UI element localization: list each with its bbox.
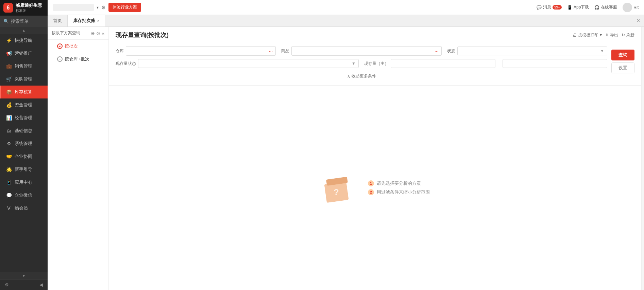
sidebar-label-sales: 销售管理 [15,63,32,69]
sidebar-label-purchase: 采购管理 [15,76,32,82]
sidebar-icon-quick-nav: ⚡ [6,37,12,43]
dropdown-icon[interactable]: ▾ [97,5,99,10]
sidebar-item-collab[interactable]: 🤝 企业协同 [0,150,48,163]
sidebar-item-basic[interactable]: 🗂 基础信息 [0,124,48,137]
stock-qty-label: 现存量（主） [364,61,389,67]
sidebar-icon-marketing: 📢 [6,50,12,56]
print-dropdown-icon[interactable]: ▾ [600,33,602,37]
sidebar-item-vip[interactable]: V 畅会员 [0,202,48,215]
sidebar-item-purchase[interactable]: 🛒 采购管理 [0,73,48,86]
stock-status-chevron: ▼ [352,61,356,66]
product-dots[interactable]: ··· [435,48,439,54]
user-avatar-area[interactable]: Rit [623,3,639,12]
scheme-label-batch: 按批次 [65,43,78,49]
tab-inventory-batch[interactable]: 库存批次账 × [68,15,105,26]
gear-icon[interactable]: ⚙ [101,5,106,10]
svg-text:?: ? [334,187,339,197]
topbar-right: 💬 消息 99+ 📱 App下载 🎧 在线客服 Rit [537,3,639,12]
sidebar-icon-finance: 💰 [6,102,12,108]
topbar: ▾ ⚙ 体验行业方案 💬 消息 99+ 📱 App下载 🎧 在线客服 Rit [48,0,644,15]
online-service-button[interactable]: 🎧 在线客服 [594,4,617,10]
filter-main-row: 仓库 ··· 商品 ··· [116,46,634,81]
warehouse-input[interactable]: ··· [126,46,276,56]
sidebar-item-sales[interactable]: 💼 销售管理 [0,60,48,73]
hint-text-1: 请先选择要分析的方案 [377,180,421,186]
sidebar-icon-guide: 🌟 [6,166,12,173]
content-area: 按以下方案查询 ⊕ ⊙ « ● 按批次 ○ 按仓库+批次 现存量查询(按批次) [48,27,644,290]
add-scheme-icon[interactable]: ⊕ [91,31,95,36]
right-scrollbar[interactable] [641,27,644,290]
sidebar-label-collab: 企业协同 [15,153,32,160]
app-name: 畅康通好生意 [16,3,42,8]
scheme-actions: ⊕ ⊙ « [91,31,104,36]
scheme-item-warehouse-batch[interactable]: ○ 按仓库+批次 [48,53,108,66]
panel-close-button[interactable]: × [633,15,644,26]
search-icon: 🔍 [3,19,9,24]
sidebar-label-basic: 基础信息 [15,128,32,134]
sidebar-icon-apps: 📱 [6,179,12,185]
trial-button[interactable]: 体验行业方案 [108,3,141,12]
refresh-label: 刷新 [626,32,634,38]
sidebar-nav: ⚡ 快捷导航 📢 营销推广 💼 销售管理 🛒 采购管理 📦 库存核算 💰 资金管… [0,34,48,272]
empty-state: ? 1 请先选择要分析的方案 2 用过滤条件来缩小分析范围 [109,86,641,290]
sidebar-item-system[interactable]: ⚙ 系统管理 [0,137,48,150]
right-panel: 现存量查询(按批次) 🖨 按模板打印 ▾ ⬆ 导出 ↻ 刷新 [109,27,641,290]
stock-qty-range: — [391,59,607,68]
collapse-icon: ∧ [347,74,350,79]
collapse-filter-button[interactable]: ∧ 收起更多条件 [116,71,607,81]
tab-close-icon[interactable]: × [97,19,99,23]
product-filter: 商品 ··· [281,46,441,56]
sidebar-icon-inventory: 📦 [6,89,12,95]
collapse-panel-icon[interactable]: « [102,31,104,36]
stock-status-filter: 现存量状态 ▼ [116,59,359,68]
scheme-icon-wh: ○ [57,56,63,62]
sidebar-scroll-down[interactable]: ▼ [0,272,48,279]
sidebar-item-guide[interactable]: 🌟 新手引导 [0,163,48,176]
stock-status-select[interactable]: ▼ [138,59,359,68]
print-button[interactable]: 🖨 按模板打印 ▾ [573,32,602,38]
messages-button[interactable]: 💬 消息 99+ [537,4,562,10]
sidebar-icon-vip: V [6,205,12,211]
warehouse-dots[interactable]: ··· [269,48,273,54]
hint-text-2: 用过滤条件来缩小分析范围 [377,189,430,195]
sidebar-scroll-up[interactable]: ▲ [0,27,48,34]
settings-scheme-icon[interactable]: ⊙ [96,31,100,36]
export-icon: ⬆ [605,33,609,37]
scheme-item-batch[interactable]: ● 按批次 [48,40,108,53]
sidebar-item-business[interactable]: 📊 经营管理 [0,111,48,124]
settings-icon[interactable]: ⚙ [5,282,9,287]
sidebar-search[interactable]: 🔍 搜索菜单 [0,16,48,27]
app-download-button[interactable]: 📱 App下载 [567,4,589,10]
phone-icon: 📱 [567,5,572,10]
warehouse-label: 仓库 [116,48,124,54]
stock-qty-to[interactable] [503,59,607,68]
stock-qty-filter: 现存量（主） — [364,59,607,68]
sidebar-icon-purchase: 🛒 [6,76,12,82]
page-title: 现存量查询(按批次) [116,31,169,39]
app-logo: 6 [3,3,13,13]
stock-qty-from[interactable] [391,59,495,68]
stock-status-label: 现存量状态 [116,61,136,67]
search-input[interactable] [53,4,94,11]
product-input[interactable]: ··· [291,46,441,56]
sidebar-item-inventory[interactable]: 📦 库存核算 [0,86,48,98]
collapse-sidebar-icon[interactable]: ◀ [39,282,43,287]
sidebar: 6 畅康通好生意 标准版 🔍 搜索菜单 ▲ ⚡ 快捷导航 📢 营销推广 💼 销售… [0,0,48,290]
sidebar-label-finance: 资金管理 [15,102,32,108]
query-button[interactable]: 查询 [611,50,634,60]
sidebar-item-finance[interactable]: 💰 资金管理 [0,98,48,111]
sidebar-item-apps[interactable]: 📱 应用中心 [0,176,48,189]
sidebar-item-marketing[interactable]: 📢 营销推广 [0,47,48,60]
refresh-button[interactable]: ↻ 刷新 [622,32,634,38]
export-button[interactable]: ⬆ 导出 [605,32,618,38]
settings-button[interactable]: 设置 [611,62,634,73]
scheme-title: 按以下方案查询 [52,30,80,36]
tab-home[interactable]: 首页 [48,15,68,26]
sidebar-item-wechat[interactable]: 💬 企业微信 [0,189,48,202]
sidebar-icon-system: ⚙ [6,141,12,147]
sidebar-icon-basic: 🗂 [6,128,12,134]
sidebar-label-vip: 畅会员 [15,205,28,211]
status-select[interactable]: ▼ [457,47,607,55]
sidebar-item-quick-nav[interactable]: ⚡ 快捷导航 [0,34,48,47]
status-filter: 状态 ▼ [447,47,607,55]
